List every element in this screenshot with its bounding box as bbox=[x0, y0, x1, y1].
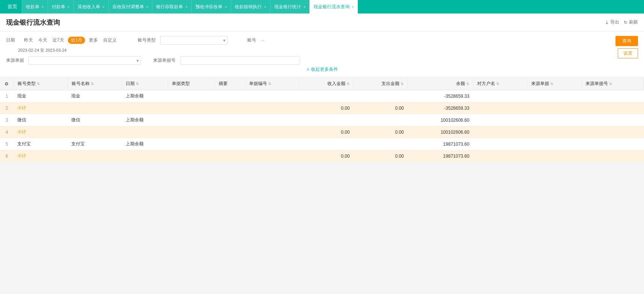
data-table: ⚙ 账号类型⇅ 账号名称⇅ 日期⇅ 单据类型 摘要 单据编号⇅ 收入金额⇅ bbox=[0, 78, 644, 162]
cell-account-type: 支付宝 bbox=[14, 138, 68, 150]
cell-account-name: 支付宝 bbox=[68, 138, 122, 150]
table-row: 6小计0.000.0019871073.60 bbox=[0, 150, 644, 162]
date-option-1month[interactable]: 近1月 bbox=[68, 37, 86, 44]
col-balance[interactable]: 余额⇅ bbox=[408, 78, 473, 90]
close-icon[interactable]: × bbox=[352, 5, 354, 9]
col-account-name[interactable]: 账号名称⇅ bbox=[68, 78, 122, 90]
col-source-doc[interactable]: 来源单据⇅ bbox=[527, 78, 581, 90]
cell-source-doc-no bbox=[581, 114, 644, 126]
date-option-7days[interactable]: 近7天 bbox=[51, 37, 66, 44]
filter-area: 日期 昨天 今天 近7天 近1月 更多 自定义 账号类型 ▾ 账号 bbox=[0, 31, 644, 78]
cell-account-type: 微信 bbox=[14, 114, 68, 126]
export-button[interactable]: ⤓ 导出 bbox=[605, 19, 619, 25]
cell-income: 0.00 bbox=[299, 126, 353, 138]
date-option-custom[interactable]: 自定义 bbox=[102, 37, 118, 44]
date-option-yesterday[interactable]: 昨天 bbox=[23, 37, 35, 44]
collapse-bar[interactable]: ∧ 收起更多条件 bbox=[6, 65, 638, 73]
cell-doc-no bbox=[245, 138, 299, 150]
col-gear[interactable]: ⚙ bbox=[0, 78, 14, 90]
cell-account-name bbox=[68, 150, 122, 162]
col-expense[interactable]: 支出金额⇅ bbox=[353, 78, 407, 90]
cell-expense: 0.00 bbox=[353, 102, 407, 114]
cell-counterparty bbox=[473, 138, 527, 150]
date-option-today[interactable]: 今天 bbox=[37, 37, 49, 44]
cell-doc-type bbox=[168, 102, 215, 114]
source-doc-select-wrapper: ▾ bbox=[29, 56, 141, 65]
sort-icon: ⇅ bbox=[496, 82, 499, 86]
nav-tab-shoukuanhexiao[interactable]: 收款核销执行 × bbox=[231, 0, 270, 13]
cell-doc-no bbox=[245, 150, 299, 162]
account-type-select[interactable] bbox=[160, 36, 228, 45]
cell-doc-no bbox=[245, 126, 299, 138]
cell-income: 0.00 bbox=[299, 150, 353, 162]
nav-tab-xianjinyinhang[interactable]: 现金银行统计 × bbox=[270, 0, 309, 13]
top-navigation: 首页 收款单 × 付款单 × 其他收入单 × 应收应付调整单 × 银行存取款单 … bbox=[0, 0, 644, 13]
table-body: 1现金现金上期余额-3528659.332小计0.000.00-3528659.… bbox=[0, 90, 644, 162]
cell-doc-no bbox=[245, 102, 299, 114]
nav-tab-yinhangcunqu[interactable]: 银行存取款单 × bbox=[152, 0, 191, 13]
date-option-more[interactable]: 更多 bbox=[87, 37, 99, 44]
cell-source-doc-no bbox=[581, 138, 644, 150]
cell-income bbox=[299, 114, 353, 126]
col-source-doc-no[interactable]: 来源单据号⇅ bbox=[581, 78, 644, 90]
cell-account-name: 微信 bbox=[68, 114, 122, 126]
refresh-button[interactable]: ↻ 刷新 bbox=[624, 19, 638, 25]
cell-source-doc bbox=[527, 114, 581, 126]
cell-summary bbox=[215, 126, 245, 138]
row-number: 2 bbox=[0, 102, 14, 114]
table-header: ⚙ 账号类型⇅ 账号名称⇅ 日期⇅ 单据类型 摘要 单据编号⇅ 收入金额⇅ bbox=[0, 78, 644, 90]
col-summary[interactable]: 摘要 bbox=[215, 78, 245, 90]
col-doc-no[interactable]: 单据编号⇅ bbox=[245, 78, 299, 90]
source-doc-num-input[interactable] bbox=[180, 56, 300, 65]
close-icon[interactable]: × bbox=[68, 5, 70, 9]
source-doc-select[interactable] bbox=[29, 56, 141, 65]
close-icon[interactable]: × bbox=[185, 5, 188, 9]
cell-account-type: 现金 bbox=[14, 90, 68, 102]
nav-tab-yingshouyingfu[interactable]: 应收应付调整单 × bbox=[108, 0, 152, 13]
cell-source-doc bbox=[527, 138, 581, 150]
nav-tab-qitashouru[interactable]: 其他收入单 × bbox=[74, 0, 108, 13]
cell-account-type: 小计 bbox=[14, 102, 68, 114]
nav-tab-fukuan[interactable]: 付款单 × bbox=[48, 0, 74, 13]
cell-source-doc-no bbox=[581, 90, 644, 102]
close-icon[interactable]: × bbox=[264, 5, 266, 9]
sort-icon: ⇅ bbox=[401, 82, 404, 86]
nav-home[interactable]: 首页 bbox=[3, 0, 22, 13]
cell-date: 上期余额 bbox=[122, 138, 168, 150]
close-icon[interactable]: × bbox=[102, 5, 105, 9]
close-icon[interactable]: × bbox=[225, 5, 227, 9]
nav-tab-liushui[interactable]: 现金银行流水查询 × bbox=[309, 0, 358, 13]
row-number: 1 bbox=[0, 90, 14, 102]
cell-balance: 19871073.60 bbox=[408, 138, 473, 150]
row-number: 5 bbox=[0, 138, 14, 150]
cell-summary bbox=[215, 138, 245, 150]
cell-summary bbox=[215, 150, 245, 162]
col-doc-type[interactable]: 单据类型 bbox=[168, 78, 215, 90]
settings-button[interactable]: 设置 bbox=[618, 48, 638, 58]
source-doc-num-label: 来源单据号 bbox=[153, 57, 176, 64]
close-icon[interactable]: × bbox=[303, 5, 306, 9]
gear-icon: ⚙ bbox=[5, 81, 9, 87]
col-income[interactable]: 收入金额⇅ bbox=[299, 78, 353, 90]
table-row: 2小计0.000.00-3528659.33 bbox=[0, 102, 644, 114]
nav-tab-yushouzhongying[interactable]: 预收冲应收单 × bbox=[191, 0, 231, 13]
table-row: 5支付宝支付宝上期余额19871073.60 bbox=[0, 138, 644, 150]
cell-account-name: 现金 bbox=[68, 90, 122, 102]
table-row: 3微信微信上期余额100102606.60 bbox=[0, 114, 644, 126]
sort-icon: ⇅ bbox=[91, 82, 94, 86]
cell-expense: 0.00 bbox=[353, 150, 407, 162]
col-date[interactable]: 日期⇅ bbox=[122, 78, 168, 90]
query-button[interactable]: 查询 bbox=[615, 36, 638, 46]
nav-tab-shoukuan[interactable]: 收款单 × bbox=[22, 0, 48, 13]
close-icon[interactable]: × bbox=[42, 5, 44, 9]
cell-balance: 100102606.60 bbox=[408, 114, 473, 126]
source-doc-label: 来源单据 bbox=[6, 57, 24, 64]
account-ellipsis-button[interactable]: ··· bbox=[261, 38, 264, 43]
col-counterparty[interactable]: 对方户名⇅ bbox=[473, 78, 527, 90]
filter-right: 查询 设置 bbox=[608, 36, 638, 58]
cell-doc-type bbox=[168, 150, 215, 162]
filter-top-area: 日期 昨天 今天 近7天 近1月 更多 自定义 账号类型 ▾ 账号 bbox=[6, 36, 638, 65]
col-account-type[interactable]: 账号类型⇅ bbox=[14, 78, 68, 90]
cell-account-type: 小计 bbox=[14, 126, 68, 138]
close-icon[interactable]: × bbox=[146, 5, 149, 9]
